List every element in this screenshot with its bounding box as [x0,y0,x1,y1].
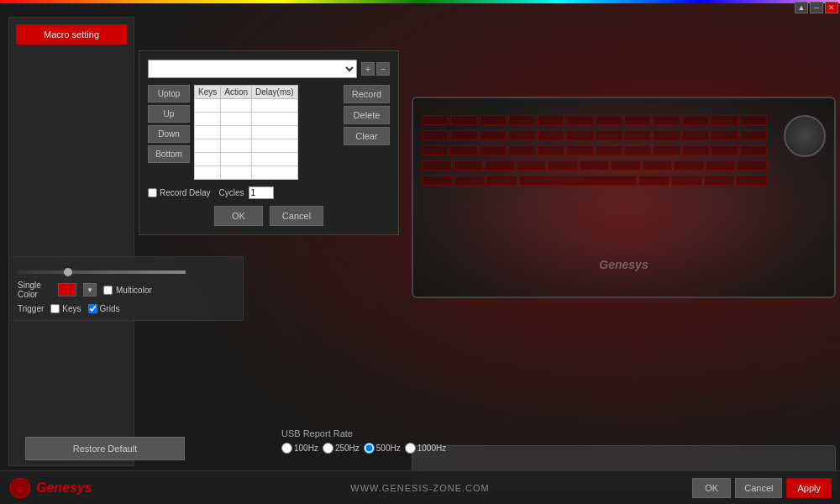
key[interactable] [653,115,680,125]
key[interactable] [485,160,515,171]
key[interactable] [596,130,622,140]
bottom-apply-button[interactable]: Apply [786,478,832,498]
key[interactable] [508,145,535,155]
key[interactable] [740,145,767,155]
key[interactable] [682,145,709,155]
rate-250hz-radio[interactable] [323,443,333,454]
record-delay-label[interactable]: Record Delay [148,188,211,197]
keys-checkbox-label[interactable]: Keys [50,304,81,313]
key[interactable] [422,115,449,125]
rate-500hz-radio[interactable] [364,443,375,454]
key[interactable] [624,115,651,125]
grids-checkbox[interactable] [88,304,97,313]
brightness-slider-thumb[interactable] [64,268,72,276]
rate-1000hz-radio[interactable] [405,443,416,454]
key[interactable] [704,176,735,186]
minus-button[interactable]: − [376,62,390,76]
key[interactable] [711,145,738,155]
key[interactable] [711,130,738,140]
key[interactable] [450,130,477,140]
down-button[interactable]: Down [148,125,190,143]
plus-button[interactable]: + [361,62,375,76]
bottom-button[interactable]: Bottom [148,145,190,163]
dialog-ok-button[interactable]: OK [214,206,263,226]
key[interactable] [566,145,593,155]
bottom-cancel-button[interactable]: Cancel [735,478,782,498]
key[interactable] [517,160,547,171]
key[interactable] [486,176,517,186]
color-swatch[interactable] [58,283,76,297]
key[interactable] [422,160,452,171]
key[interactable] [611,160,641,171]
key[interactable] [454,160,484,171]
col-keys: Keys [195,86,221,99]
key[interactable] [706,160,736,171]
key[interactable] [682,115,709,125]
key[interactable] [422,176,453,186]
color-dropdown-arrow[interactable]: ▼ [83,283,97,297]
key[interactable] [624,130,651,140]
grids-checkbox-label[interactable]: Grids [88,304,120,313]
rate-500hz-label[interactable]: 500Hz [364,443,401,454]
key[interactable] [422,130,449,140]
key[interactable] [538,130,564,140]
rate-250hz-label[interactable]: 250Hz [323,443,360,454]
close-button[interactable]: ✕ [825,2,838,13]
key[interactable] [480,115,507,125]
uptop-button[interactable]: Uptop [148,85,190,102]
macro-dropdown[interactable] [148,60,357,78]
key[interactable] [566,115,593,125]
key[interactable] [548,160,578,171]
key[interactable] [711,115,738,125]
key[interactable] [643,160,673,171]
key[interactable] [538,145,564,155]
multicolor-checkbox[interactable] [103,286,113,295]
up-button[interactable]: Up [148,105,190,123]
spacebar[interactable] [519,176,638,186]
dialog-cancel-button[interactable]: Cancel [270,206,323,226]
key[interactable] [596,145,622,155]
key[interactable] [450,115,477,125]
maximize-button[interactable]: ▲ [795,2,808,13]
key[interactable] [653,145,680,155]
keys-checkbox[interactable] [50,304,60,313]
key[interactable] [596,115,622,125]
cycles-label-text: Cycles [219,188,244,197]
restore-default-button[interactable]: Restore Default [25,437,185,460]
key[interactable] [538,115,564,125]
record-delay-checkbox[interactable] [148,188,157,197]
record-button[interactable]: Record [344,85,390,103]
rate-1000hz-label[interactable]: 1000Hz [405,443,446,454]
key[interactable] [674,160,704,171]
key[interactable] [480,130,507,140]
rate-100hz-label[interactable]: 100Hz [281,443,318,454]
minimize-button[interactable]: ─ [810,2,823,13]
clear-button[interactable]: Clear [344,127,390,145]
multicolor-checkbox-label[interactable]: Multicolor [103,286,152,295]
macro-dialog: + − Uptop Up Down Bottom Keys Action Del… [139,50,399,235]
macro-setting-button[interactable]: Macro setting [16,24,127,45]
key[interactable] [740,130,767,140]
key[interactable] [508,115,535,125]
key[interactable] [580,160,610,171]
key[interactable] [454,176,486,186]
key[interactable] [682,130,709,140]
rate-100hz-radio[interactable] [281,443,292,454]
key[interactable] [566,130,593,140]
keys-label: Keys [62,304,81,313]
key[interactable] [736,176,767,186]
cycles-input[interactable] [249,186,274,199]
key[interactable] [740,115,767,125]
delete-button[interactable]: Delete [344,106,390,124]
key[interactable] [624,145,651,155]
key[interactable] [450,145,477,155]
key[interactable] [422,145,449,155]
key[interactable] [737,160,767,171]
key[interactable] [480,145,507,155]
table-row [195,139,298,153]
bottom-ok-button[interactable]: OK [692,478,731,498]
key[interactable] [638,176,669,186]
key[interactable] [508,130,535,140]
key[interactable] [671,176,702,186]
key[interactable] [653,130,680,140]
